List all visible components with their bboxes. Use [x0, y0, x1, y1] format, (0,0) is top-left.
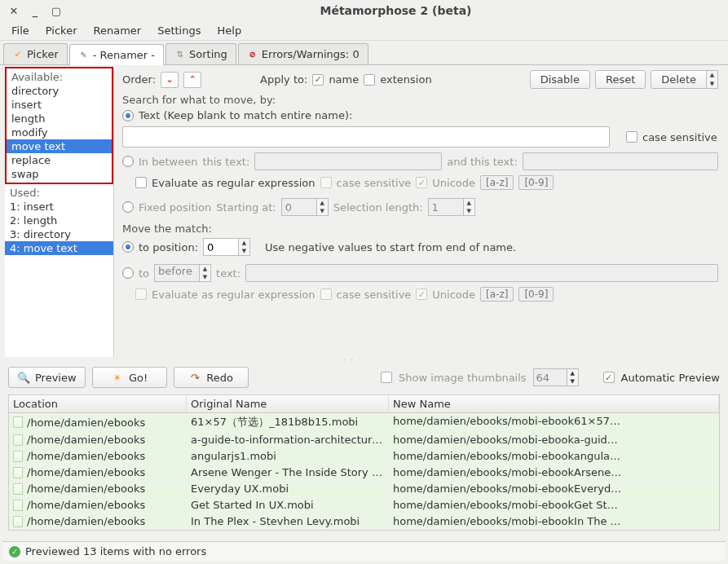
search-09-button[interactable]: [0-9]	[518, 175, 554, 190]
search-az-button[interactable]: [a-z]	[480, 175, 514, 190]
between-thistext-input	[254, 152, 442, 170]
menubar: File Picker Renamer Settings Help	[0, 21, 728, 41]
order-label: Order:	[122, 73, 156, 86]
table-row[interactable]: /home/damien/ebooks61×57（节选）_181b8b15.mo…	[9, 413, 719, 432]
move-hint: Use negative values to start from end of…	[265, 241, 516, 253]
thumbnails-size-stepper: ▲▼	[567, 368, 579, 386]
cell-original: angularjs1.mobi	[187, 448, 389, 464]
available-item[interactable]: move text	[7, 139, 112, 153]
tab-errors[interactable]: ⊘ Errors/Warnings: 0	[238, 43, 368, 64]
order-up-button[interactable]: ⌃	[183, 72, 201, 88]
search-text-radio[interactable]	[122, 110, 134, 121]
delete-stepper[interactable]: ▲▼	[707, 70, 718, 89]
minimize-icon[interactable]: _	[29, 5, 41, 16]
delete-button-group: Delete ▲▼	[651, 70, 718, 89]
tab-sorting[interactable]: ⇅ Sorting	[165, 43, 236, 64]
move-to-radio[interactable]	[122, 267, 134, 279]
splitter-handle[interactable]: · · · · · · · · · ·	[0, 357, 728, 364]
used-item[interactable]: 3: directory	[5, 227, 113, 241]
file-icon	[13, 483, 23, 495]
starting-at-label: Starting at:	[216, 201, 276, 214]
cell-location: /home/damien/ebooks	[27, 482, 145, 495]
delete-button[interactable]: Delete	[651, 70, 707, 89]
col-newname[interactable]: New Name	[389, 395, 719, 412]
close-icon[interactable]: ✕	[8, 5, 20, 16]
cell-newname: home/damien/ebooks/mobi-ebook61×57…	[389, 413, 719, 431]
used-item[interactable]: 1: insert	[5, 200, 113, 214]
col-original[interactable]: Original Name	[187, 395, 389, 412]
tab-renamer[interactable]: ✎ - Renamer -	[69, 44, 164, 65]
cell-original: Get Started In UX.mobi	[187, 497, 389, 513]
menu-settings[interactable]: Settings	[151, 23, 207, 38]
search-text-input[interactable]	[122, 126, 610, 148]
available-box: Available: directoryinsertlengthmodifymo…	[5, 67, 113, 184]
maximize-icon[interactable]: ▢	[51, 5, 62, 16]
cell-original: 61×57（节选）_181b8b15.mobi	[187, 413, 389, 431]
tab-picker[interactable]: ✔ Picker	[3, 43, 68, 64]
between-andtext-label: and this text:	[447, 156, 517, 168]
search-between-radio[interactable]	[122, 156, 134, 167]
go-icon: ✴	[111, 371, 124, 384]
search-regex-label: Evaluate as regular expression	[152, 177, 315, 189]
action-bar: 🔍Preview ✴Go! ↷Redo Show image thumbnail…	[0, 364, 728, 391]
search-case2-checkbox[interactable]	[320, 177, 332, 188]
apply-to-label: Apply to:	[260, 73, 307, 86]
available-item[interactable]: insert	[7, 98, 112, 112]
tab-picker-label: Picker	[27, 48, 59, 60]
available-item[interactable]: modify	[7, 126, 112, 139]
search-unicode-checkbox[interactable]	[416, 177, 427, 188]
redo-button[interactable]: ↷Redo	[174, 367, 249, 388]
search-fixed-radio[interactable]	[122, 201, 134, 213]
available-item[interactable]: swap	[7, 167, 112, 181]
cell-newname: home/damien/ebooks/mobi-ebookArsene…	[389, 465, 719, 480]
table-row[interactable]: /home/damien/ebooksangularjs1.mobihome/d…	[9, 448, 719, 465]
apply-extension-label: extension	[380, 73, 431, 86]
thumbnails-checkbox[interactable]	[381, 372, 392, 383]
titlebar: ✕ _ ▢ Métamorphose 2 (beta)	[0, 0, 728, 21]
table-row[interactable]: /home/damien/ebooksIn The Plex - Stevhen…	[9, 513, 719, 530]
used-item[interactable]: 2: length	[5, 214, 113, 227]
apply-name-checkbox[interactable]	[312, 74, 324, 86]
used-item[interactable]: 4: move text	[5, 241, 113, 255]
move-position-stepper[interactable]: ▲▼	[239, 238, 250, 256]
menu-renamer[interactable]: Renamer	[87, 23, 148, 38]
starting-at-stepper: ▲▼	[317, 198, 329, 216]
order-down-button[interactable]: ⌄	[161, 72, 179, 88]
table-row[interactable]: /home/damien/ebooksArsene Wenger - The I…	[9, 465, 719, 481]
move-to-label: to	[139, 267, 149, 280]
search-between-label: In between	[139, 156, 197, 168]
auto-preview-checkbox[interactable]	[603, 372, 615, 383]
preview-button[interactable]: 🔍Preview	[8, 367, 86, 388]
move-position-input[interactable]	[203, 238, 239, 256]
table-row[interactable]: /home/damien/ebooksEveryday UX.mobihome/…	[9, 481, 719, 497]
cell-newname: home/damien/ebooks/mobi-ebookGet St…	[389, 497, 719, 513]
menu-file[interactable]: File	[5, 23, 36, 38]
cell-newname: home/damien/ebooks/mobi-ebookIn The …	[389, 513, 719, 529]
tab-renamer-label: - Renamer -	[93, 49, 155, 61]
disable-button[interactable]: Disable	[530, 70, 590, 89]
move-unicode-label: Unicode	[432, 289, 475, 301]
available-item[interactable]: directory	[7, 84, 112, 98]
search-case-checkbox[interactable]	[626, 131, 638, 143]
move-regex-label: Evaluate as regular expression	[152, 289, 315, 301]
cell-location: /home/damien/ebooks	[27, 466, 145, 478]
file-icon	[13, 416, 23, 428]
menu-help[interactable]: Help	[211, 23, 249, 38]
table-row[interactable]: /home/damien/ebooksGet Started In UX.mob…	[9, 497, 719, 513]
available-item[interactable]: length	[7, 112, 112, 126]
auto-preview-label: Automatic Preview	[621, 372, 720, 384]
reset-button[interactable]: Reset	[595, 70, 646, 89]
apply-extension-checkbox[interactable]	[364, 74, 375, 86]
move-position-radio[interactable]	[122, 241, 134, 253]
go-button[interactable]: ✴Go!	[92, 367, 167, 388]
table-row[interactable]: /home/damien/ebooksa-guide-to-informatio…	[9, 432, 719, 448]
starting-at-input	[281, 198, 317, 216]
between-thistext-label: this text:	[202, 156, 249, 168]
menu-picker[interactable]: Picker	[39, 23, 84, 38]
tab-errors-label: Errors/Warnings: 0	[262, 48, 360, 60]
move-section-label: Move the match:	[122, 223, 718, 235]
available-item[interactable]: replace	[7, 153, 112, 167]
search-regex-checkbox[interactable]	[135, 177, 147, 188]
col-location[interactable]: Location	[9, 395, 187, 412]
search-section-label: Search for what to move, by:	[122, 94, 718, 106]
